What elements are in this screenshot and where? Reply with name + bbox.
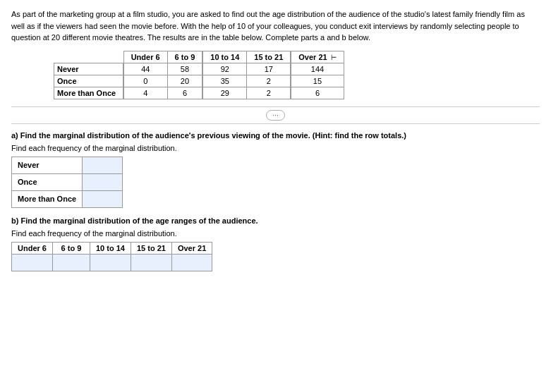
col-header-under6: Under 6 bbox=[123, 51, 167, 63]
intro-text: As part of the marketing group at a film… bbox=[11, 8, 533, 44]
part-a-more-label: More than Once bbox=[12, 190, 83, 207]
part-b-col-under6: Under 6 bbox=[12, 242, 53, 254]
table-row: More than Once 4 6 29 2 6 bbox=[54, 87, 344, 99]
part-a-never-label: Never bbox=[12, 157, 83, 173]
part-b-sublabel: Find each frequency of the marginal dist… bbox=[11, 229, 540, 238]
part-b-input-10to14[interactable] bbox=[90, 254, 131, 271]
part-a-more-input[interactable] bbox=[83, 190, 123, 207]
part-b-input-over21[interactable] bbox=[171, 254, 212, 271]
dots-indicator: ··· bbox=[266, 110, 284, 121]
col-header-6to9: 6 to 9 bbox=[167, 51, 202, 63]
part-b-col-15to21: 15 to 21 bbox=[131, 242, 171, 254]
part-a-once-input[interactable] bbox=[83, 173, 123, 190]
part-b-input-row bbox=[12, 254, 212, 271]
table-row: Once 0 20 35 2 15 bbox=[54, 75, 344, 87]
part-a-label: a) Find the marginal distribution of the… bbox=[11, 131, 540, 140]
part-a-section: a) Find the marginal distribution of the… bbox=[11, 131, 540, 208]
part-a-once-row: Once bbox=[12, 173, 123, 190]
col-header-15to21: 15 to 21 bbox=[247, 51, 291, 63]
col-header-10to14: 10 to 14 bbox=[202, 51, 246, 63]
part-b-table: Under 6 6 to 9 10 to 14 15 to 21 Over 21 bbox=[11, 242, 212, 271]
part-a-never-row: Never bbox=[12, 157, 123, 173]
part-b-label: b) Find the marginal distribution of the… bbox=[11, 216, 540, 225]
part-a-never-input[interactable] bbox=[83, 157, 123, 173]
part-b-input-under6[interactable] bbox=[12, 254, 53, 271]
data-table: Under 6 6 to 9 10 to 14 15 to 21 Over 21… bbox=[54, 51, 344, 99]
part-b-section: b) Find the marginal distribution of the… bbox=[11, 216, 540, 271]
part-b-col-over21: Over 21 bbox=[171, 242, 212, 254]
part-b-col-10to14: 10 to 14 bbox=[90, 242, 131, 254]
table-row: Never 44 58 92 17 144 bbox=[54, 63, 344, 75]
part-b-input-6to9[interactable] bbox=[52, 254, 90, 271]
part-a-sublabel: Find each frequency of the marginal dist… bbox=[11, 144, 540, 152]
col-header-over21: Over 21 ⊢ bbox=[291, 51, 344, 63]
part-b-col-6to9: 6 to 9 bbox=[52, 242, 90, 254]
part-a-table: Never Once More than Once bbox=[11, 157, 123, 208]
divider: ··· bbox=[11, 106, 540, 124]
part-a-once-label: Once bbox=[12, 173, 83, 190]
part-a-more-row: More than Once bbox=[12, 190, 123, 207]
part-b-input-15to21[interactable] bbox=[131, 254, 171, 271]
